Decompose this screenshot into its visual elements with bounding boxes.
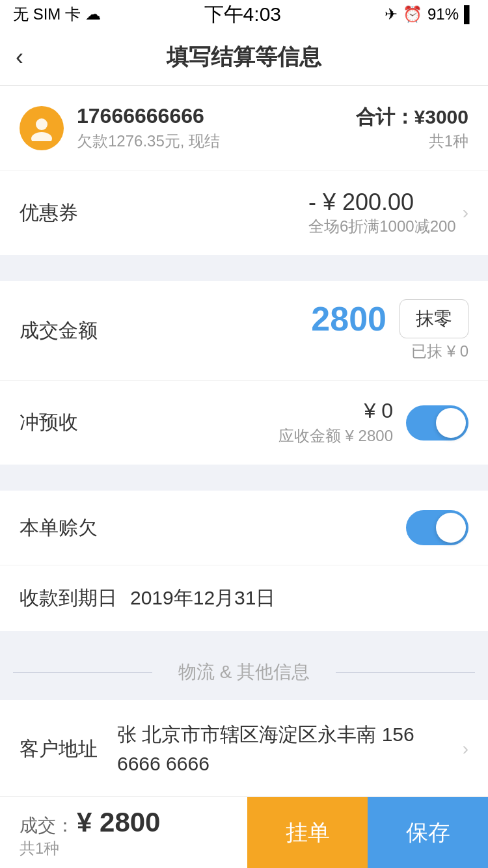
- amount-value: 2800: [311, 299, 386, 338]
- customer-info-card: 17666666666 欠款1276.35元, 现结 合计：¥3000 共1种 …: [0, 86, 488, 255]
- logistics-divider: 物流 & 其他信息: [0, 644, 488, 700]
- footer-info: 成交： ¥ 2800 共1种: [0, 807, 247, 859]
- page-title: 填写结算等信息: [167, 42, 321, 72]
- address-content: 张 北京市市辖区海淀区永丰南 156 6666 6666: [117, 720, 463, 778]
- amount-sub: 已抹 ¥ 0: [311, 341, 468, 362]
- amount-right-group: 2800 抹零 已抹 ¥ 0: [311, 299, 468, 362]
- divider-line-left: [13, 672, 152, 673]
- debt-toggle[interactable]: [406, 510, 468, 545]
- avatar: [20, 106, 64, 150]
- amount-right: 2800 抹零: [311, 299, 468, 338]
- amount-label: 成交金额: [20, 318, 98, 344]
- section-divider-2: [0, 478, 488, 491]
- battery-label: 91%: [427, 5, 459, 23]
- prepay-right: ¥ 0 应收金额 ¥ 2800: [278, 399, 468, 446]
- status-right: ✈ ⏰ 91% ▌: [385, 5, 475, 23]
- sim-label: 无 SIM 卡 ☁: [13, 4, 101, 25]
- hang-button[interactable]: 挂单: [247, 797, 368, 869]
- customer-right: 合计：¥3000 共1种: [356, 104, 468, 152]
- coupon-info: - ¥ 200.00 全场6折满1000减200: [308, 189, 456, 237]
- total-value: 合计：¥3000: [356, 104, 468, 131]
- round-button[interactable]: 抹零: [400, 299, 468, 338]
- prepay-values: ¥ 0 应收金额 ¥ 2800: [278, 399, 393, 446]
- amount-row: 成交金额 2800 抹零 已抹 ¥ 0: [0, 281, 488, 381]
- address-row[interactable]: 客户地址 张 北京市市辖区海淀区永丰南 156 6666 6666 ›: [0, 700, 488, 798]
- deal-amount-card: 成交金额 2800 抹零 已抹 ¥ 0 冲预收 ¥ 0 应收金额 ¥ 2800: [0, 281, 488, 465]
- customer-left: 17666666666 欠款1276.35元, 现结: [20, 104, 220, 152]
- coupon-right: - ¥ 200.00 全场6折满1000减200 ›: [308, 189, 468, 237]
- footer-sub: 共1种: [20, 838, 228, 859]
- customer-subtext: 欠款1276.35元, 现结: [77, 131, 220, 152]
- customer-phone: 17666666666: [77, 104, 220, 128]
- section-divider-1: [0, 268, 488, 281]
- address-label: 客户地址: [20, 736, 98, 763]
- status-bar: 无 SIM 卡 ☁ 下午4:03 ✈ ⏰ 91% ▌: [0, 0, 488, 29]
- logistics-label: 物流 & 其他信息: [178, 660, 310, 685]
- divider-line-right: [336, 672, 475, 673]
- customer-info: 17666666666 欠款1276.35元, 现结: [77, 104, 220, 152]
- status-time: 下午4:03: [204, 1, 281, 28]
- nav-bar: ‹ 填写结算等信息: [0, 29, 488, 86]
- footer: 成交： ¥ 2800 共1种 挂单 保存: [0, 796, 488, 868]
- chevron-right-icon: ›: [463, 202, 468, 223]
- customer-row: 17666666666 欠款1276.35元, 现结 合计：¥3000 共1种: [0, 86, 488, 170]
- battery-icon: ▌: [464, 5, 475, 23]
- status-left: 无 SIM 卡 ☁: [13, 4, 101, 25]
- footer-deal-row: 成交： ¥ 2800: [20, 807, 228, 838]
- due-date-value: 2019年12月31日: [130, 585, 275, 612]
- prepay-row: 冲预收 ¥ 0 应收金额 ¥ 2800: [0, 381, 488, 465]
- debt-row: 本单赊欠: [0, 491, 488, 565]
- save-button[interactable]: 保存: [368, 797, 488, 869]
- address-chevron-icon: ›: [463, 739, 468, 759]
- footer-amount: ¥ 2800: [77, 807, 160, 838]
- coupon-amount: - ¥ 200.00: [308, 189, 456, 216]
- svg-point-1: [31, 132, 52, 141]
- total-sub: 共1种: [356, 131, 468, 152]
- prepay-sub: 应收金额 ¥ 2800: [278, 426, 393, 446]
- coupon-desc: 全场6折满1000减200: [308, 216, 456, 237]
- footer-deal-label: 成交：: [20, 813, 74, 838]
- alarm-icon: ⏰: [403, 5, 422, 23]
- prepay-toggle[interactable]: [406, 405, 468, 441]
- svg-point-0: [36, 118, 47, 130]
- prepay-label: 冲预收: [20, 409, 78, 436]
- due-date-row: 收款到期日 2019年12月31日: [0, 565, 488, 631]
- debt-label: 本单赊欠: [20, 515, 98, 541]
- back-button[interactable]: ‹: [16, 44, 23, 71]
- coupon-label: 优惠券: [20, 200, 78, 226]
- location-icon: ✈: [385, 5, 398, 23]
- coupon-row[interactable]: 优惠券 - ¥ 200.00 全场6折满1000减200 ›: [0, 170, 488, 255]
- debt-card: 本单赊欠 收款到期日 2019年12月31日: [0, 491, 488, 631]
- address-card: 客户地址 张 北京市市辖区海淀区永丰南 156 6666 6666 ›: [0, 700, 488, 798]
- prepay-amount: ¥ 0: [278, 399, 393, 423]
- due-date-label: 收款到期日: [20, 585, 117, 612]
